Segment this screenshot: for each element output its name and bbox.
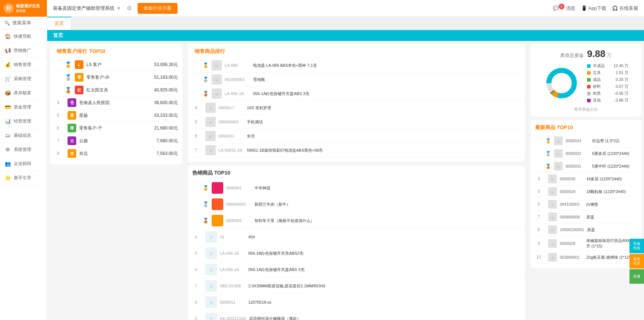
service-community-btn[interactable]: 服务社区: [629, 254, 644, 268]
customer-amount: 7,680.00元: [156, 138, 178, 144]
new-product-code: 0000030: [560, 177, 583, 181]
customer-name: LS 客户: [86, 62, 151, 68]
svg-text:G: G: [551, 243, 554, 246]
app-download-btn[interactable]: 📱 App下载: [581, 5, 606, 12]
medal-icon: 🥇: [65, 61, 72, 68]
sales-rank-row: 5 星 星扬 33,333.00元: [54, 109, 178, 122]
product-name: 12070519-xs: [248, 300, 521, 304]
new-product-row: 🥈 G 0000032 5厘多层 (1220*2440): [535, 147, 637, 160]
inventory-card: 库存总资金 9.88 万: [531, 44, 641, 116]
new-product-thumbnail: G: [548, 187, 557, 196]
legend-item: 半成品 12.45 万: [587, 63, 629, 69]
sales-rank-row: 8 肖 肖总 7,563.00元: [54, 147, 178, 160]
new-product-name: 原盖: [586, 214, 637, 220]
system-title-text: 装备及固定资产辅助管理系统: [53, 5, 114, 12]
sales-rank-row: 7 云 云扬 7,680.00元: [54, 135, 178, 147]
svg-text:G: G: [215, 78, 218, 82]
sidebar-item-guide[interactable]: 🌟 新手引导: [0, 171, 47, 185]
legend-value: 0.07 万: [607, 84, 629, 89]
new-product-row: 5 G 0000029 18颗粒板 (1220*2440): [535, 185, 637, 198]
sidebar-item-base-info[interactable]: 🗂 基础信息: [0, 128, 47, 143]
purchase-icon: 🛒: [4, 75, 11, 82]
legend-color-dot: [587, 78, 591, 82]
sales-product-row: 5 G 000800005 手机测试: [192, 115, 521, 129]
sidebar-item-label: 经营管理: [14, 118, 31, 124]
sidebar-item-label: 企业协同: [14, 161, 31, 167]
message-btn[interactable]: 💬 6 消息: [553, 5, 575, 12]
sales-product-row: 🥇 G LA-089 电池盖 LA-089 ABS本色+黑种 7.1克: [192, 58, 521, 73]
svg-text:G: G: [209, 107, 212, 110]
medal-icon: 🥈: [545, 151, 551, 156]
main-area: 装备及固定资产辅助管理系统 ▼ ⚙ 体验行业方案 💬 6 消息 📱 App下载 …: [47, 0, 644, 320]
svg-text:G: G: [551, 178, 554, 181]
experience-btn[interactable]: 体验行业方案: [138, 3, 178, 14]
hot-product-row: 9 G KK-SD22110H 花语萌恒温分腿睡袋（厚款）: [192, 311, 521, 320]
donut-chart-svg: [543, 65, 580, 101]
customer-name: 苍南县人民医院: [79, 100, 151, 106]
message-badge: 6: [559, 4, 564, 9]
page-header-label: 首页: [53, 32, 63, 38]
legend-value: 1.01 万: [607, 70, 629, 75]
sidebar-item-collab[interactable]: 👥 企业协同: [0, 157, 47, 171]
sales-rank-row: 🥉 红 红太阳文具 40,925.00元: [54, 84, 178, 97]
product-image-placeholder: G: [205, 247, 217, 259]
product-code: LA-089: [225, 63, 250, 67]
new-product-name: 5厘中纤 (1220*2440): [592, 164, 637, 169]
new-product-code: 0000031: [566, 164, 589, 168]
search-menu[interactable]: 🔍 搜索菜单: [0, 17, 47, 29]
new-product-code: 000800008: [560, 215, 583, 219]
product-name: 花语萌恒温分腿睡袋（厚款）: [249, 316, 521, 320]
sidebar-item-marketing[interactable]: 📢 营销推广: [0, 44, 47, 58]
inventory-footer: 库存资金占比: [535, 107, 637, 112]
new-product-thumbnail: G: [548, 239, 557, 248]
sales-rank-row: 4 苍 苍南县人民医院 36,600.00元: [54, 97, 178, 109]
live-broadcast-btn[interactable]: 直播: [629, 269, 644, 284]
product-code: KK-SD22110H: [220, 316, 246, 320]
svg-text:G: G: [215, 93, 218, 96]
sidebar-item-purchase[interactable]: 🛒 采购管理: [0, 72, 47, 86]
medal-icon: 🥉: [203, 91, 209, 97]
product-image-placeholder: G: [205, 280, 217, 292]
product-code: NB2.0X30B: [220, 284, 245, 288]
legend-value: 0.25 万: [607, 77, 629, 82]
legend-value: 12.45 万: [607, 63, 629, 69]
customer-service-btn[interactable]: 客服热线: [629, 239, 644, 253]
product-code: 0000011: [220, 300, 245, 304]
legend-color-dot: [587, 64, 591, 68]
new-product-name: 5厘多层 (1220*2440): [592, 151, 637, 156]
settings-icon[interactable]: ⚙: [127, 5, 132, 12]
operations-icon: 📊: [4, 118, 11, 124]
rank-number: 7: [535, 214, 542, 220]
sidebar-item-operations[interactable]: 📊 经营管理: [0, 114, 47, 128]
new-product-name: 原盖: [587, 227, 637, 233]
customer-avatar: 红: [75, 86, 83, 94]
sidebar-item-inventory[interactable]: 📦 库存核算: [0, 86, 47, 100]
product-name: 45#: [248, 235, 521, 239]
rank-number: 9: [192, 316, 200, 320]
svg-text:G: G: [551, 204, 554, 207]
search-menu-label: 搜索菜单: [12, 20, 31, 26]
svg-text:G: G: [551, 216, 554, 220]
hot-product-row: 8 G 0000011 12070519-xs: [192, 294, 521, 311]
new-product-code: 003800001: [560, 255, 583, 259]
new-product-code: 0000029: [560, 189, 583, 194]
sidebar-item-shortcuts[interactable]: 🏠 快捷导航: [0, 29, 47, 44]
new-product-row: 🥇 G 0000033 封边带 (1.0*22): [535, 135, 637, 147]
sidebar-item-system[interactable]: ⚙ 系统管理: [0, 143, 47, 157]
mid-column: 销售商品排行 🥇 G LA-089 电池盖 LA-089 ABS本色+黑种 7.…: [185, 41, 528, 320]
sales-product-ranking-card: 销售商品排行 🥇 G LA-089 电池盖 LA-089 ABS本色+黑种 7.…: [188, 44, 525, 162]
sidebar-item-sales[interactable]: 💰 销售管理: [0, 58, 47, 72]
sidebar-item-label: 快捷导航: [14, 33, 31, 40]
online-service-btn[interactable]: 🎧 在线客服: [612, 5, 638, 12]
svg-text:G: G: [210, 252, 213, 256]
product-name: 手机测试: [247, 119, 521, 125]
rank-number: 5: [535, 189, 542, 194]
sidebar-item-finance[interactable]: 💳 资金管理: [0, 100, 47, 114]
product-image-placeholder: G: [205, 231, 217, 243]
sales-ranking-card: 销售客户排行TOP10 🥇 L LS 客户 53,006.26元 🥈 零 零售客…: [50, 44, 182, 164]
product-code: 01: [220, 235, 245, 239]
tab-home[interactable]: 首页: [47, 17, 72, 30]
legend-item: 其他 -3.86 万: [587, 98, 629, 103]
new-product-thumbnail: G: [548, 175, 557, 183]
new-product-thumbnail: G: [554, 149, 563, 158]
